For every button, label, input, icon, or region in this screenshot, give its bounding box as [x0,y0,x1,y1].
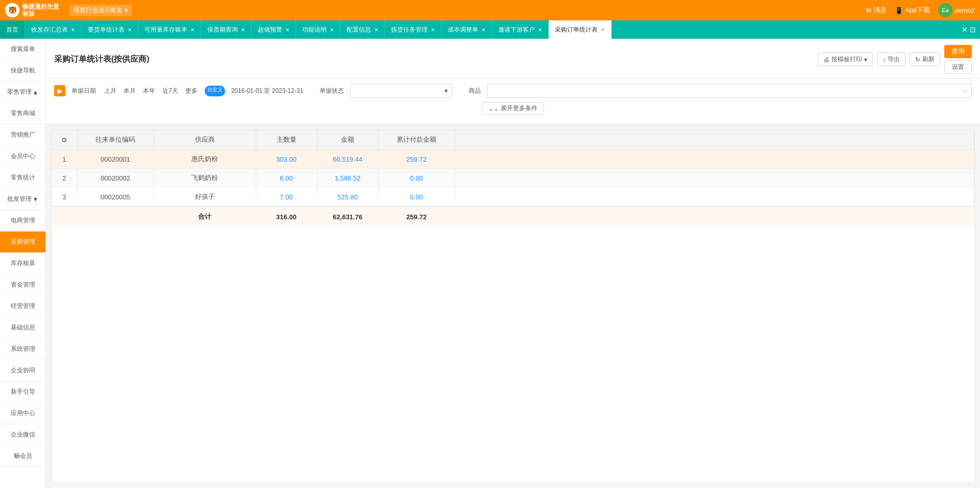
sidebar-item-retail-manage[interactable]: 零售管理 ▲ [0,82,45,103]
row-qty[interactable]: 303.00 [256,150,317,169]
row-qty[interactable]: 7.00 [256,188,317,207]
sidebar-item-purchase-manage[interactable]: 采购管理 [0,232,45,253]
table-row: 3 00020005 好孩子 7.00 525.80 0.00 [52,188,974,207]
col-amount-header: 金额 [317,130,378,150]
maximize-button[interactable]: ⊡ [970,25,976,34]
footer-empty1 [52,207,77,226]
date-filter-label: 单据日期 [71,87,96,95]
tab-invite-downstream[interactable]: 邀请下游客户 ✕ [492,20,549,39]
filter-row: ▶ 单据日期 上月 本月 本年 近7天 更多 自定义 2016-01-01 至 … [54,84,972,98]
sidebar-item-search[interactable]: 搜索菜单 [0,39,45,60]
table-row: 2 00020002 飞鹤奶粉 6.00 1,586.52 0.00 [52,169,974,188]
sidebar-item-system[interactable]: 系统管理 [0,339,45,360]
tab-function-desc[interactable]: 功能说明 ✕ [296,20,340,39]
tab-available-stock[interactable]: 可用量库存账本 ✕ [138,20,201,39]
sidebar-item-quick-nav[interactable]: 快捷导航 [0,60,45,82]
table-header-row: ⚙ 往来单位编码 供应商 主数量 金额 [52,130,974,150]
row-amount[interactable]: 1,586.52 [317,169,378,188]
sidebar-item-finance[interactable]: 资金管理 [0,274,45,296]
export-button[interactable]: ↓ 导出 [877,53,905,66]
row-paid[interactable]: 0.00 [378,169,455,188]
shortcut-this-month[interactable]: 本月 [121,86,138,96]
filter-toggle-button[interactable]: ▶ [54,85,65,96]
tab-cost-adjust[interactable]: 成本调整单 ✕ [442,20,492,39]
nav-tabs: 首页 收发存汇总表 ✕ 要货单统计表 ✕ 可用量库存账本 ✕ 保质期查询 ✕ 超… [0,20,980,39]
print-icon: 🖨 [823,56,829,63]
tab-oversupply[interactable]: 超储预警 ✕ [252,20,296,39]
sidebar-item-enterprise-wechat[interactable]: 企业微信 [0,424,45,446]
sidebar-item-member-center[interactable]: 会员中心 [0,146,45,167]
close-icon[interactable]: ✕ [374,27,378,33]
sidebar-item-stock-check[interactable]: 库存核算 [0,253,45,274]
close-icon[interactable]: ✕ [538,27,542,33]
footer-extra [455,207,974,226]
close-all-tabs-button[interactable]: ✕ [962,25,968,34]
more-icon: ··· [962,87,967,94]
status-select[interactable]: ▾ [350,84,452,98]
close-icon[interactable]: ✕ [330,27,334,33]
shortcut-7days[interactable]: 近7天 [160,86,180,96]
messages-button[interactable]: ✉ 消息 [866,6,887,15]
close-icon[interactable]: ✕ [481,27,485,33]
shortcut-this-year[interactable]: 本年 [141,86,157,96]
tab-home[interactable]: 首页 [0,20,25,39]
close-icon[interactable]: ✕ [601,27,605,33]
sidebar-item-member[interactable]: 畅会员 [0,446,45,467]
tab-collect-pay[interactable]: 收发存汇总表 ✕ [25,20,82,39]
close-icon[interactable]: ✕ [285,27,289,33]
row-extra [455,188,974,207]
shortcut-more[interactable]: 更多 [183,86,200,96]
row-supplier: 好孩子 [154,188,256,207]
sidebar-item-marketing[interactable]: 营销推广 [0,124,45,146]
tab-config-info[interactable]: 配置信息 ✕ [340,20,385,39]
sidebar-item-app-center[interactable]: 应用中心 [0,403,45,424]
footer-amount: 62,631.76 [317,207,378,226]
row-supplier: 飞鹤奶粉 [154,169,256,188]
chevron-down-icon: ⌄⌄ [488,105,499,112]
table-area: ⚙ 往来单位编码 供应商 主数量 金额 [51,130,975,483]
tab-pick-task[interactable]: 拣货任务管理 ✕ [385,20,442,39]
purchase-summary-table: ⚙ 往来单位编码 供应商 主数量 金额 [52,130,974,226]
close-icon[interactable]: ✕ [128,27,132,33]
row-index: 1 [52,150,77,169]
sidebar-item-wholesale-manage[interactable]: 批发管理 ▼ [0,189,45,210]
row-code: 00020001 [77,150,154,169]
col-code-header: 往来单位编码 [77,130,154,150]
goods-select[interactable]: ··· [487,84,972,98]
chevron-down-icon: ▾ [125,7,128,14]
shortcut-last-month[interactable]: 上月 [102,86,118,96]
close-icon[interactable]: ✕ [431,27,435,33]
date-range-value: 2016-01-01 至 2023-12-31 [231,87,303,95]
close-icon[interactable]: ✕ [241,27,245,33]
sidebar-item-ecommerce[interactable]: 电商管理 [0,210,45,232]
sidebar-item-basic-info[interactable]: 基础信息 [0,317,45,339]
workspace-selector[interactable]: 母婴行业演示账套 ▾ [69,5,132,16]
tab-purchase-summary[interactable]: 采购订单统计表 ✕ [549,20,611,39]
row-amount[interactable]: 525.80 [317,188,378,207]
close-icon[interactable]: ✕ [71,27,75,33]
app-download-button[interactable]: 📱 App下载 [895,6,930,15]
chevron-down-icon: ▾ [864,56,867,63]
row-paid[interactable]: 259.72 [378,150,455,169]
row-paid[interactable]: 0.00 [378,188,455,207]
settings-button[interactable]: 设置 [944,60,972,74]
sidebar-item-new-guide[interactable]: 新手引导 [0,381,45,403]
footer-paid: 259.72 [378,207,455,226]
refresh-button[interactable]: ↻ 刷新 [910,53,940,66]
sidebar-item-retail-stats[interactable]: 零售统计 [0,167,45,189]
sidebar-item-enterprise-collab[interactable]: 企业协同 [0,360,45,381]
tab-shelf-life[interactable]: 保质期查询 ✕ [201,20,252,39]
row-amount[interactable]: 60,519.44 [317,150,378,169]
close-icon[interactable]: ✕ [190,27,194,33]
expand-more-button[interactable]: ⌄⌄ 展开更多条件 [482,102,544,115]
col-settings[interactable]: ⚙ [52,130,77,150]
query-button[interactable]: 查询 [944,45,972,58]
export-icon: ↓ [883,56,886,63]
print-button[interactable]: 🖨 按模板打印 ▾ [818,53,873,66]
tab-goods-summary[interactable]: 要货单统计表 ✕ [82,20,138,39]
content-area: 采购订单统计表(按供应商) 🖨 按模板打印 ▾ ↓ 导出 ↻ 刷新 查询 [46,39,980,488]
sidebar-item-retail-mall[interactable]: 零售商城 [0,103,45,124]
sidebar-item-operation[interactable]: 经营管理 [0,296,45,317]
user-avatar-area[interactable]: Ea demo2 [938,3,975,17]
row-qty[interactable]: 6.00 [256,169,317,188]
